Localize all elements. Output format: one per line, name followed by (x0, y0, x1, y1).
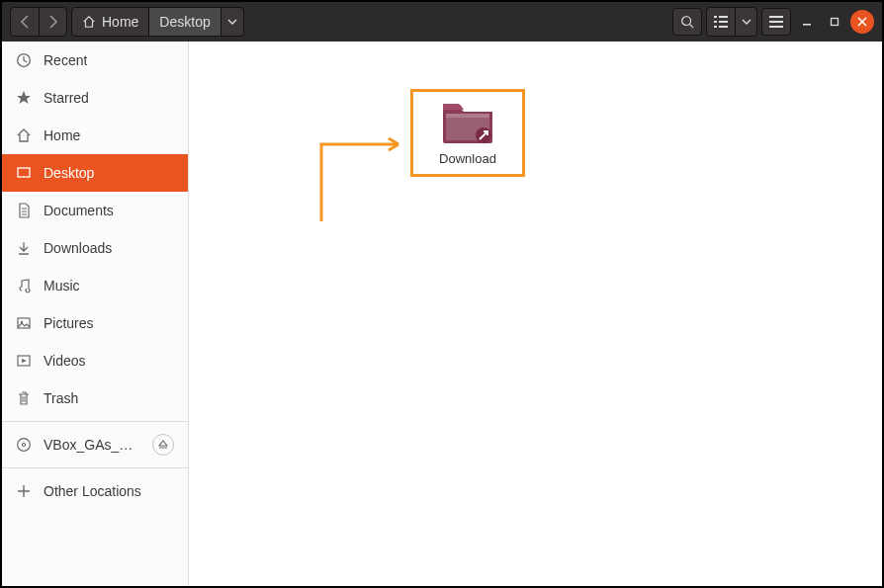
sidebar-item-other-locations[interactable]: Other Locations (2, 472, 188, 510)
view-switcher (706, 7, 757, 37)
svg-rect-13 (18, 168, 30, 177)
search-icon (680, 15, 694, 29)
close-button[interactable] (850, 10, 874, 34)
sidebar-item-label: Documents (44, 203, 114, 218)
view-dropdown[interactable] (735, 8, 756, 36)
music-icon (16, 278, 32, 294)
folder-shortcut-icon (440, 100, 495, 145)
file-label: Download (439, 151, 496, 166)
clock-icon (16, 52, 32, 68)
body: Recent Starred Home Desktop Documents Do (2, 42, 882, 586)
file-item-download[interactable]: Download (410, 89, 525, 177)
caret-down-icon (227, 19, 237, 25)
sidebar: Recent Starred Home Desktop Documents Do (2, 42, 189, 586)
pictures-icon (16, 315, 32, 331)
search-button[interactable] (672, 8, 702, 36)
sidebar-separator (2, 421, 188, 422)
close-icon (857, 17, 867, 27)
svg-point-18 (23, 444, 26, 447)
path-bar: Home Desktop (71, 7, 244, 37)
svg-rect-3 (714, 21, 717, 23)
maximize-button[interactable] (823, 10, 846, 34)
minimize-icon (802, 17, 812, 27)
disc-icon (16, 437, 32, 453)
svg-rect-2 (719, 16, 728, 18)
sidebar-item-label: Downloads (44, 240, 112, 256)
svg-rect-14 (18, 318, 30, 328)
star-icon (16, 90, 32, 106)
sidebar-item-trash[interactable]: Trash (2, 379, 188, 417)
nav-back-forward (10, 7, 67, 37)
home-icon (16, 127, 32, 143)
hamburger-menu-button[interactable] (761, 8, 791, 36)
path-desktop-label: Desktop (159, 14, 210, 30)
list-view-button[interactable] (707, 8, 735, 36)
forward-button[interactable] (39, 8, 66, 36)
sidebar-separator (2, 467, 188, 468)
titlebar: Home Desktop (2, 2, 882, 42)
chevron-right-icon (48, 15, 57, 29)
svg-point-17 (18, 439, 31, 452)
svg-rect-7 (769, 16, 783, 18)
home-icon (82, 15, 96, 29)
back-button[interactable] (11, 8, 39, 36)
path-dropdown[interactable] (221, 8, 243, 36)
svg-rect-8 (769, 21, 783, 23)
sidebar-item-label: Pictures (44, 315, 94, 331)
caret-down-icon (742, 19, 751, 25)
sidebar-item-recent[interactable]: Recent (2, 42, 188, 79)
plus-icon (16, 483, 32, 499)
svg-rect-6 (719, 26, 728, 28)
content-area[interactable]: Download (189, 42, 882, 586)
downloads-icon (16, 240, 32, 256)
videos-icon (16, 353, 32, 369)
annotation-arrow (317, 136, 412, 221)
svg-rect-9 (769, 26, 783, 28)
sidebar-item-videos[interactable]: Videos (2, 342, 188, 379)
sidebar-item-desktop[interactable]: Desktop (2, 154, 188, 192)
list-icon (714, 16, 728, 28)
path-home[interactable]: Home (72, 8, 148, 36)
svg-rect-10 (803, 24, 811, 26)
sidebar-item-music[interactable]: Music (2, 267, 188, 304)
sidebar-item-label: Desktop (44, 165, 94, 181)
sidebar-item-label: Trash (44, 390, 78, 406)
hamburger-icon (769, 16, 783, 28)
sidebar-item-label: Music (44, 278, 80, 294)
sidebar-item-pictures[interactable]: Pictures (2, 304, 188, 342)
sidebar-item-mount[interactable]: VBox_GAs_6.... (2, 426, 188, 463)
documents-icon (16, 203, 32, 218)
sidebar-item-label: Other Locations (44, 483, 141, 499)
svg-rect-4 (719, 21, 728, 23)
sidebar-item-label: Home (44, 127, 80, 143)
path-desktop[interactable]: Desktop (148, 8, 220, 36)
desktop-icon (16, 165, 32, 181)
sidebar-item-label: Starred (44, 90, 89, 106)
eject-button[interactable] (152, 434, 174, 456)
sidebar-item-label: Recent (44, 52, 87, 68)
sidebar-item-label: VBox_GAs_6.... (44, 437, 140, 453)
file-manager-window: Home Desktop (0, 0, 884, 588)
svg-rect-1 (714, 16, 717, 18)
sidebar-item-starred[interactable]: Starred (2, 79, 188, 117)
maximize-icon (830, 17, 840, 27)
svg-point-0 (682, 17, 691, 26)
path-home-label: Home (102, 14, 138, 30)
minimize-button[interactable] (795, 10, 819, 34)
svg-rect-11 (832, 19, 839, 26)
eject-icon (158, 440, 168, 450)
sidebar-item-home[interactable]: Home (2, 117, 188, 154)
sidebar-item-documents[interactable]: Documents (2, 192, 188, 229)
sidebar-item-downloads[interactable]: Downloads (2, 229, 188, 267)
svg-rect-5 (714, 26, 717, 28)
trash-icon (16, 390, 32, 406)
chevron-left-icon (21, 15, 30, 29)
sidebar-item-label: Videos (44, 353, 86, 369)
